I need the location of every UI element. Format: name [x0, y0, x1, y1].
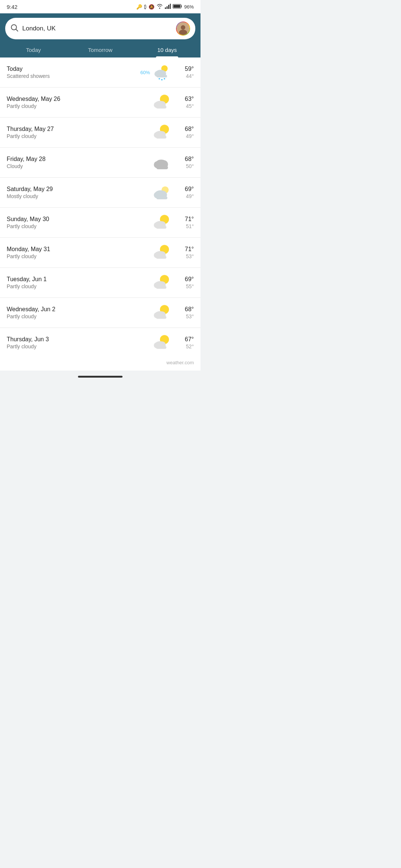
temperatures: 63° 45°	[172, 96, 194, 109]
svg-rect-28	[156, 136, 166, 139]
weather-row[interactable]: Wednesday, May 26 Partly cloudy 63° 45°	[0, 88, 200, 118]
key-icon: 🔑	[136, 4, 142, 10]
svg-rect-15	[157, 75, 167, 78]
svg-rect-57	[156, 316, 166, 319]
day-info: Sunday, May 30 Partly cloudy	[7, 216, 134, 229]
day-info: Saturday, May 29 Mostly cloudy	[7, 186, 134, 199]
bell-off-icon: 🔕	[149, 4, 154, 10]
svg-rect-1	[166, 6, 167, 9]
day-info: Thursday, May 27 Partly cloudy	[7, 126, 134, 139]
weather-icon	[152, 273, 172, 292]
weather-row[interactable]: Wednesday, Jun 2 Partly cloudy 68° 53°	[0, 298, 200, 328]
weather-icon	[152, 213, 172, 232]
temperatures: 68° 49°	[172, 126, 194, 139]
day-info: Friday, May 28 Cloudy	[7, 156, 134, 169]
temp-high: 67°	[172, 336, 194, 343]
day-condition: Partly cloudy	[7, 343, 134, 349]
svg-rect-47	[156, 256, 166, 259]
weather-icon-area	[134, 213, 172, 232]
avatar[interactable]	[176, 22, 190, 36]
day-name: Sunday, May 30	[7, 216, 134, 223]
precip-pct: 60%	[140, 70, 150, 75]
tab-10days[interactable]: 10 days	[134, 43, 200, 57]
svg-point-17	[161, 79, 163, 80]
weather-icon-area	[134, 273, 172, 292]
temperatures: 68° 50°	[172, 156, 194, 169]
weather-icon	[152, 153, 172, 172]
day-condition: Cloudy	[7, 163, 134, 169]
temperatures: 68° 53°	[172, 306, 194, 319]
day-name: Tuesday, Jun 1	[7, 276, 134, 283]
day-info: Wednesday, May 26 Partly cloudy	[7, 96, 134, 109]
weather-icon-area	[134, 303, 172, 322]
weather-list: Today Scattered showers 60% 59° 44° Wedn…	[0, 57, 200, 358]
temp-high: 59°	[172, 66, 194, 72]
temperatures: 71° 53°	[172, 246, 194, 259]
home-bar	[78, 376, 123, 378]
weather-icon	[152, 243, 172, 262]
weather-icon	[152, 63, 172, 82]
temp-low: 52°	[172, 343, 194, 349]
weather-row[interactable]: Thursday, May 27 Partly cloudy 68° 49°	[0, 118, 200, 148]
weather-icon-area: 60%	[134, 63, 172, 82]
temperatures: 67° 52°	[172, 336, 194, 349]
svg-rect-0	[165, 7, 166, 9]
temp-high: 63°	[172, 96, 194, 102]
day-name: Friday, May 28	[7, 156, 134, 162]
day-condition: Partly cloudy	[7, 103, 134, 109]
svg-line-7	[16, 29, 18, 31]
battery-icon	[173, 4, 182, 10]
weather-row[interactable]: Today Scattered showers 60% 59° 44°	[0, 57, 200, 88]
day-name: Today	[7, 66, 134, 72]
svg-rect-52	[156, 286, 166, 289]
temp-high: 69°	[172, 276, 194, 283]
day-name: Thursday, May 27	[7, 126, 134, 132]
svg-point-9	[181, 25, 185, 30]
temp-high: 68°	[172, 156, 194, 162]
temp-high: 71°	[172, 216, 194, 223]
wifi-icon	[156, 4, 163, 10]
status-bar: 9:42 🔑 ₿ 🔕	[0, 0, 200, 13]
home-indicator	[0, 371, 200, 381]
svg-rect-32	[156, 166, 168, 170]
day-condition: Partly cloudy	[7, 283, 134, 289]
svg-rect-37	[156, 196, 167, 199]
temperatures: 69° 49°	[172, 186, 194, 199]
tab-bar: Today Tomorrow 10 days	[0, 39, 200, 57]
temp-low: 55°	[172, 283, 194, 289]
weather-source: weather.com	[166, 360, 194, 365]
svg-point-18	[164, 78, 165, 79]
weather-row[interactable]: Friday, May 28 Cloudy 68° 50°	[0, 148, 200, 178]
tab-today[interactable]: Today	[0, 43, 67, 57]
day-name: Monday, May 31	[7, 246, 134, 253]
weather-icon	[152, 123, 172, 142]
weather-row[interactable]: Monday, May 31 Partly cloudy 71° 53°	[0, 238, 200, 268]
weather-icon-area	[134, 183, 172, 202]
weather-row[interactable]: Tuesday, Jun 1 Partly cloudy 69° 55°	[0, 268, 200, 298]
day-info: Tuesday, Jun 1 Partly cloudy	[7, 276, 134, 289]
temperatures: 59° 44°	[172, 66, 194, 79]
svg-rect-23	[156, 106, 166, 109]
svg-rect-62	[156, 346, 166, 349]
weather-icon-area	[134, 243, 172, 262]
temp-low: 45°	[172, 103, 194, 109]
weather-row[interactable]: Sunday, May 30 Partly cloudy 71° 51°	[0, 208, 200, 238]
search-bar[interactable]: London, UK	[5, 18, 195, 39]
weather-row[interactable]: Thursday, Jun 3 Partly cloudy 67° 52°	[0, 328, 200, 358]
weather-icon-area	[134, 123, 172, 142]
temp-low: 53°	[172, 313, 194, 319]
temp-low: 50°	[172, 163, 194, 169]
bluetooth-icon: ₿	[144, 4, 147, 10]
search-input[interactable]: London, UK	[22, 25, 172, 32]
temp-low: 49°	[172, 193, 194, 199]
temp-high: 68°	[172, 306, 194, 313]
status-time: 9:42	[7, 4, 17, 10]
temperatures: 71° 51°	[172, 216, 194, 229]
tab-tomorrow[interactable]: Tomorrow	[67, 43, 134, 57]
svg-rect-42	[156, 226, 166, 229]
day-condition: Partly cloudy	[7, 133, 134, 139]
day-name: Saturday, May 29	[7, 186, 134, 193]
svg-rect-3	[170, 4, 171, 9]
weather-row[interactable]: Saturday, May 29 Mostly cloudy 69° 49°	[0, 178, 200, 208]
svg-point-16	[159, 78, 160, 79]
